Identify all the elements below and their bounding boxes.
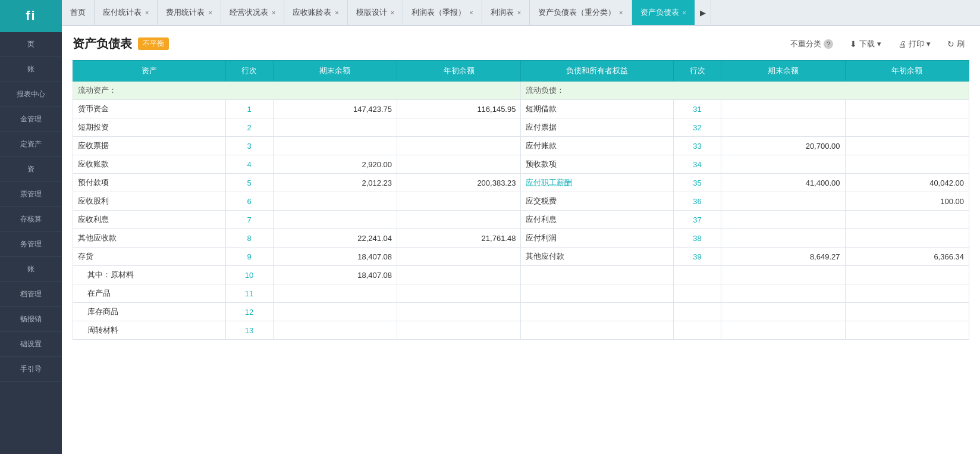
asset-end-balance[interactable]: 22,241.04 — [273, 229, 397, 248]
liability-name[interactable]: 应付账款 — [521, 137, 674, 155]
asset-begin-balance[interactable] — [397, 284, 521, 303]
asset-end-balance[interactable] — [273, 118, 397, 137]
liability-name[interactable] — [521, 266, 674, 284]
asset-begin-balance[interactable] — [397, 248, 521, 266]
liability-end-balance[interactable]: 20,700.00 — [721, 137, 845, 155]
close-tab-income[interactable]: × — [517, 9, 521, 16]
liability-end-balance[interactable] — [721, 266, 845, 284]
liability-begin-balance[interactable]: 6,366.34 — [845, 248, 969, 266]
liability-end-balance[interactable] — [721, 118, 845, 137]
liability-begin-balance[interactable]: 40,042.00 — [845, 174, 969, 192]
asset-name[interactable]: 其中：原材料 — [73, 266, 226, 284]
liability-end-balance[interactable]: 41,400.00 — [721, 174, 845, 192]
asset-begin-balance[interactable] — [397, 266, 521, 284]
asset-name[interactable]: 应收利息 — [73, 211, 226, 229]
sidebar-item-fixed-assets[interactable]: 定资产 — [0, 132, 62, 157]
sidebar-item-affairs[interactable]: 务管理 — [0, 232, 62, 257]
sidebar-item-expense[interactable]: 畅报销 — [0, 307, 62, 332]
asset-begin-balance[interactable]: 116,145.95 — [397, 100, 521, 118]
liability-name[interactable]: 应交税费 — [521, 192, 674, 211]
liability-end-balance[interactable] — [721, 303, 845, 321]
category-selector[interactable]: 不重分类 ? — [786, 36, 838, 52]
asset-begin-balance[interactable] — [397, 211, 521, 229]
liability-name[interactable]: 应付职工薪酬 — [521, 174, 674, 192]
tab-income[interactable]: 利润表 × — [482, 0, 530, 25]
tab-aging[interactable]: 应收账龄表 × — [284, 0, 347, 25]
asset-end-balance[interactable]: 18,407.08 — [273, 266, 397, 284]
asset-end-balance[interactable]: 2,920.00 — [273, 155, 397, 174]
liability-begin-balance[interactable] — [845, 155, 969, 174]
asset-end-balance[interactable]: 18,407.08 — [273, 248, 397, 266]
sidebar-item-investment[interactable]: 资 — [0, 157, 62, 182]
close-tab-template[interactable]: × — [391, 9, 394, 16]
asset-name[interactable]: 应收票据 — [73, 137, 226, 155]
help-icon[interactable]: ? — [824, 39, 833, 49]
liability-name[interactable]: 短期借款 — [521, 100, 674, 118]
asset-name[interactable]: 周转材料 — [73, 321, 226, 340]
asset-name[interactable]: 预付款项 — [73, 174, 226, 192]
liability-name[interactable] — [521, 284, 674, 303]
sidebar-item-ledger[interactable]: 账 — [0, 57, 62, 82]
asset-name[interactable]: 存货 — [73, 248, 226, 266]
liability-name[interactable] — [521, 321, 674, 340]
asset-name[interactable]: 其他应收款 — [73, 229, 226, 248]
asset-name[interactable]: 库存商品 — [73, 303, 226, 321]
liability-name[interactable] — [521, 303, 674, 321]
tab-nav-arrow[interactable]: ▶ — [695, 0, 711, 25]
asset-end-balance[interactable] — [273, 303, 397, 321]
liability-begin-balance[interactable] — [845, 321, 969, 340]
asset-begin-balance[interactable] — [397, 137, 521, 155]
liability-name[interactable]: 应付利润 — [521, 229, 674, 248]
tab-income-quarterly[interactable]: 利润表（季报） × — [403, 0, 482, 25]
tab-balance-reclassified[interactable]: 资产负债表（重分类） × — [530, 0, 632, 25]
asset-begin-balance[interactable] — [397, 118, 521, 137]
tab-template[interactable]: 模版设计 × — [348, 0, 403, 25]
tab-balance[interactable]: 资产负债表 × — [632, 0, 695, 25]
liability-name[interactable]: 预收款项 — [521, 155, 674, 174]
asset-name[interactable]: 应收账款 — [73, 155, 226, 174]
liability-begin-balance[interactable] — [845, 229, 969, 248]
liability-begin-balance[interactable] — [845, 137, 969, 155]
liability-name[interactable]: 应付利息 — [521, 211, 674, 229]
tab-payable-stats[interactable]: 应付统计表 × — [95, 0, 158, 25]
asset-begin-balance[interactable]: 200,383.23 — [397, 174, 521, 192]
asset-end-balance[interactable] — [273, 284, 397, 303]
close-tab-aging[interactable]: × — [335, 9, 338, 16]
asset-begin-balance[interactable] — [397, 321, 521, 340]
close-tab-operations[interactable]: × — [272, 9, 275, 16]
liability-begin-balance[interactable] — [845, 100, 969, 118]
liability-begin-balance[interactable] — [845, 303, 969, 321]
asset-name[interactable]: 应收股利 — [73, 192, 226, 211]
asset-name[interactable]: 在产品 — [73, 284, 226, 303]
liability-begin-balance[interactable]: 100.00 — [845, 192, 969, 211]
asset-end-balance[interactable]: 2,012.23 — [273, 174, 397, 192]
close-tab-payable-stats[interactable]: × — [145, 9, 149, 16]
sidebar-item-home[interactable]: 页 — [0, 32, 62, 57]
asset-begin-balance[interactable] — [397, 192, 521, 211]
sidebar-item-guide[interactable]: 手引导 — [0, 357, 62, 382]
sidebar-item-inventory[interactable]: 存核算 — [0, 207, 62, 232]
tab-expense-stats[interactable]: 费用统计表 × — [158, 0, 221, 25]
sidebar-item-bills[interactable]: 票管理 — [0, 182, 62, 207]
refresh-button[interactable]: ↻ 刷 — [943, 36, 969, 52]
asset-begin-balance[interactable] — [397, 155, 521, 174]
liability-end-balance[interactable] — [721, 321, 845, 340]
asset-end-balance[interactable] — [273, 321, 397, 340]
liability-end-balance[interactable] — [721, 192, 845, 211]
asset-begin-balance[interactable]: 21,761.48 — [397, 229, 521, 248]
sidebar-item-archive[interactable]: 档管理 — [0, 282, 62, 307]
liability-begin-balance[interactable] — [845, 118, 969, 137]
liability-name[interactable]: 应付票据 — [521, 118, 674, 137]
liability-begin-balance[interactable] — [845, 284, 969, 303]
asset-end-balance[interactable]: 147,423.75 — [273, 100, 397, 118]
sidebar-item-account2[interactable]: 账 — [0, 257, 62, 282]
print-button[interactable]: 🖨 打印 ▾ — [893, 36, 935, 52]
asset-end-balance[interactable] — [273, 192, 397, 211]
tab-home[interactable]: 首页 — [62, 0, 95, 25]
close-tab-income-quarterly[interactable]: × — [469, 9, 473, 16]
sidebar-item-finance[interactable]: 金管理 — [0, 107, 62, 132]
sidebar-item-settings[interactable]: 础设置 — [0, 332, 62, 357]
asset-begin-balance[interactable] — [397, 303, 521, 321]
liability-end-balance[interactable] — [721, 155, 845, 174]
download-button[interactable]: ⬇ 下载 ▾ — [845, 36, 886, 52]
